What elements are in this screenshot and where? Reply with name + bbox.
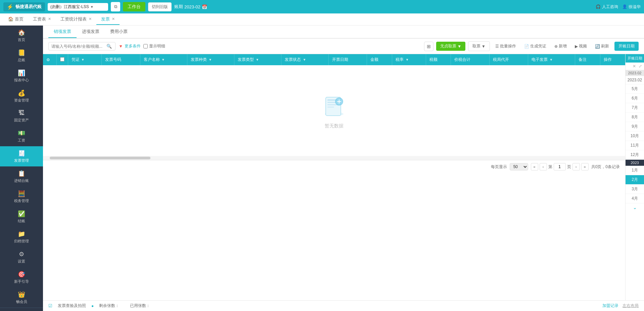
period-month-apr-2023[interactable]: 4月 xyxy=(626,194,644,203)
tax-rate-filter-icon[interactable]: ▼ xyxy=(406,58,409,62)
per-page-select[interactable]: 50 100 200 xyxy=(510,163,528,170)
new-button[interactable]: ⊕ 新增 xyxy=(552,42,569,51)
filter-button[interactable]: 🔻 更多条件 xyxy=(118,43,141,49)
period-month-sep[interactable]: 9月 xyxy=(626,122,644,131)
search-input[interactable] xyxy=(51,44,105,49)
switch-old-button[interactable]: 切到旧版 xyxy=(148,2,172,11)
th-voucher: 凭证 ▼ xyxy=(68,54,101,65)
voucher-filter-icon[interactable]: ▼ xyxy=(81,58,85,62)
show-detail-check[interactable]: 显示明细 xyxy=(143,43,165,49)
sub-tab-purchase-invoice[interactable]: 进项发票 xyxy=(77,26,105,38)
sidebar-collapse-btn[interactable]: ◀ 收起固定 xyxy=(0,308,43,311)
layout-link[interactable]: 左右布局 xyxy=(623,303,639,309)
scrollbar-thumb[interactable] xyxy=(50,157,150,159)
open-period-button[interactable]: 开账日期 xyxy=(614,42,639,51)
reports-icon: 📊 xyxy=(18,69,25,77)
oct-label: 10月 xyxy=(631,133,639,138)
sub-tab-expense-receipt[interactable]: 费用小票 xyxy=(105,26,133,38)
video-button[interactable]: ▶ 视频 xyxy=(572,42,590,51)
sidebar: 🏠 首页 📒 总账 📊 报表中心 💰 资金管理 🏗 固定资产 💵 工资 🧾 发票… xyxy=(0,26,43,311)
settings-icon: ⚙ xyxy=(19,250,24,258)
workspace-button[interactable]: 工作台 xyxy=(123,2,145,11)
last-page-button[interactable]: » xyxy=(581,163,589,170)
sidebar-item-settings[interactable]: ⚙ 设置 xyxy=(0,247,43,267)
period-month-dec[interactable]: 12月 xyxy=(626,150,644,160)
period-nav-down[interactable]: ⌄ xyxy=(626,203,644,211)
prev-page-button[interactable]: ‹ xyxy=(540,163,547,170)
period-month-feb-2023[interactable]: 2月 xyxy=(626,175,644,185)
next-page-button[interactable]: › xyxy=(572,163,580,170)
tab-payroll[interactable]: 工资表 ✕ xyxy=(28,14,56,25)
period-month-jan-2023[interactable]: 1月 xyxy=(626,166,644,175)
funds-icon: 💰 xyxy=(18,89,25,97)
invoice-status-filter-icon[interactable]: ▼ xyxy=(303,58,306,62)
period-month-nov[interactable]: 11月 xyxy=(626,141,644,150)
th-invoice-no: 发票号码 xyxy=(101,54,140,65)
period-label: 账期 xyxy=(174,4,183,10)
th-tax-bureau: 税局代开 xyxy=(490,54,528,65)
sidebar-item-assets[interactable]: 🏗 固定资产 xyxy=(0,106,43,126)
select-all-checkbox[interactable] xyxy=(60,57,64,62)
toolbar: 🔍 🔻 更多条件 显示明细 ⊞ 无贞取票 ▼ 取票 xyxy=(43,39,644,54)
sales-ledger-icon: 📋 xyxy=(18,170,25,177)
sidebar-item-funds[interactable]: 💰 资金管理 xyxy=(0,86,43,106)
refresh-button[interactable]: 🔄 刷新 xyxy=(592,42,612,51)
sidebar-item-member[interactable]: 👑 畅会员 xyxy=(0,287,43,308)
tab-invoice[interactable]: 发票 ✕ xyxy=(96,14,120,25)
page-number-input[interactable] xyxy=(554,163,566,170)
grid-view-button[interactable]: ⊞ xyxy=(424,42,433,51)
sidebar-item-guide[interactable]: 🎯 新手引导 xyxy=(0,267,43,287)
sidebar-item-sales-ledger[interactable]: 📋 进销台账 xyxy=(0,166,43,187)
customer-filter-icon[interactable]: ▼ xyxy=(162,58,165,62)
sidebar-item-close[interactable]: ✅ 结账 xyxy=(0,207,43,227)
tab-payroll-stats-close[interactable]: ✕ xyxy=(89,17,92,21)
maximize-period-panel-icon[interactable]: ⤢ xyxy=(637,63,643,69)
period-header[interactable]: 开账日期 xyxy=(626,54,644,63)
period-month-aug[interactable]: 8月 xyxy=(626,113,644,122)
sidebar-item-tax[interactable]: 🧮 税务管理 xyxy=(0,187,43,207)
e-invoice-filter-icon[interactable]: ▼ xyxy=(550,58,553,62)
feb-2023-label: 2月 xyxy=(632,177,638,182)
period-month-may[interactable]: 5月 xyxy=(626,84,644,94)
main-layout: 🏠 首页 📒 总账 📊 报表中心 💰 资金管理 🏗 固定资产 💵 工资 🧾 发票… xyxy=(0,26,644,311)
chevron-down-icon: ▼ xyxy=(90,5,94,9)
sidebar-item-ledger[interactable]: 📒 总账 xyxy=(0,46,43,66)
horizontal-scrollbar[interactable] xyxy=(43,156,625,160)
th-checkbox[interactable] xyxy=(56,54,68,65)
period-month-oct[interactable]: 10月 xyxy=(626,131,644,141)
show-detail-checkbox[interactable] xyxy=(143,44,148,48)
invoice-type-filter-icon[interactable]: ▼ xyxy=(209,58,212,62)
tab-invoice-close[interactable]: ✕ xyxy=(112,17,115,21)
company-selector[interactable]: (勿删）江西服宝-LSS ▼ xyxy=(48,3,108,11)
close-period-panel-icon[interactable]: ✕ xyxy=(631,63,637,69)
period-month-item-2023-02[interactable]: 2023.02 xyxy=(626,76,644,84)
period-month-mar-2023[interactable]: 3月 xyxy=(626,185,644,194)
batch-ops-button[interactable]: ☰ 批量操作 xyxy=(493,42,519,51)
first-page-button[interactable]: « xyxy=(531,163,538,170)
join-record-link[interactable]: 加盟记录 xyxy=(602,303,618,309)
no-deduct-ticket-button[interactable]: 无贞取票 ▼ xyxy=(436,42,465,51)
tab-payroll-close[interactable]: ✕ xyxy=(48,17,51,21)
copy-button[interactable]: ⧉ xyxy=(111,2,120,11)
generate-voucher-button[interactable]: 📄 生成凭证 xyxy=(521,42,549,51)
service-button[interactable]: 🎧 人工咨询 xyxy=(596,4,618,10)
sub-tabs: 销项发票 进项发票 费用小票 xyxy=(43,26,644,38)
sidebar-item-archive[interactable]: 📁 归档管理 xyxy=(0,227,43,247)
tab-payroll-stats[interactable]: 工资统计报表 ✕ xyxy=(56,14,96,25)
sidebar-item-home[interactable]: 🏠 首页 xyxy=(0,26,43,46)
sidebar-item-invoice-mgmt[interactable]: 🧾 发票管理 xyxy=(0,146,43,166)
sidebar-item-reports[interactable]: 📊 报表中心 xyxy=(0,66,43,86)
sidebar-payroll-label: 工资 xyxy=(18,138,25,143)
guide-icon: 🎯 xyxy=(18,271,25,278)
th-issue-date: 开票日期 xyxy=(328,54,367,65)
used-label: 已用张数： xyxy=(130,303,150,309)
take-ticket-button[interactable]: 取票 ▼ xyxy=(468,41,490,51)
period-month-jul[interactable]: 7月 xyxy=(626,103,644,113)
sub-tab-sales-invoice[interactable]: 销项发票 xyxy=(48,26,77,38)
sidebar-item-payroll[interactable]: 💵 工资 xyxy=(0,126,43,146)
invoice-category-filter-icon[interactable]: ▼ xyxy=(256,58,259,62)
no-deduct-label: 无贞取票 xyxy=(440,43,456,49)
tab-home[interactable]: 🏠 首页 xyxy=(3,14,28,25)
period-month-jun[interactable]: 6月 xyxy=(626,94,644,103)
user-info[interactable]: 👤 徐溢华 xyxy=(622,4,641,10)
